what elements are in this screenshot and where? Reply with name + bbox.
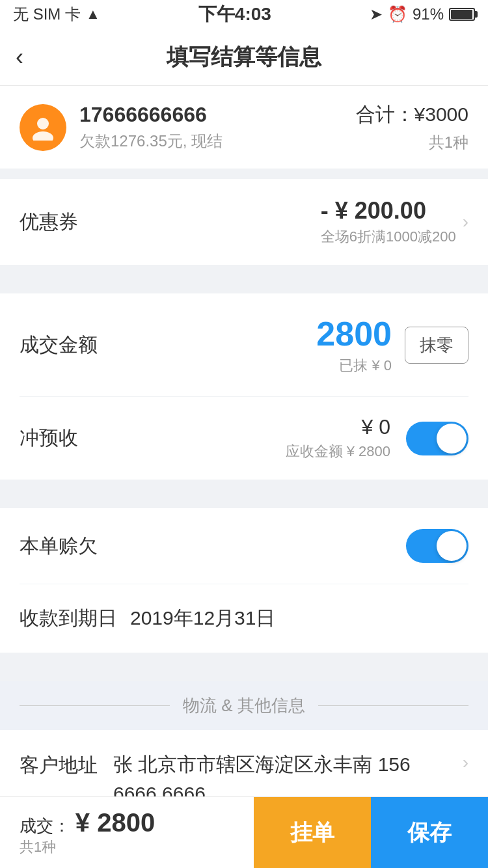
bottom-summary: 成交： ¥ 2800 共1种 — [0, 808, 254, 857]
alarm-icon: ⏰ — [388, 5, 407, 23]
deal-amount-value: 2800 — [316, 314, 392, 353]
coupon-chevron-icon: › — [463, 211, 468, 232]
customer-total: 合计：¥3000 — [356, 102, 468, 128]
battery-text: 91% — [413, 5, 444, 23]
svg-point-1 — [33, 131, 53, 141]
customer-info: 17666666666 欠款1276.35元, 现结 — [79, 103, 223, 152]
status-right: ➤ ⏰ 91% — [370, 5, 475, 23]
coupon-label: 优惠券 — [20, 209, 78, 236]
customer-debt: 欠款1276.35元, 现结 — [79, 131, 223, 152]
debt-row: 本单赊欠 — [20, 508, 468, 584]
customer-count: 共1种 — [356, 132, 468, 153]
nav-bar: ‹ 填写结算等信息 — [0, 29, 488, 86]
coupon-row[interactable]: 优惠券 - ¥ 200.00 全场6折满1000减200 › — [0, 179, 488, 265]
section-separator-2 — [0, 480, 488, 493]
section-separator-1 — [0, 280, 488, 293]
logistics-separator — [0, 668, 488, 681]
prereceive-row: 冲预收 ¥ 0 应收金额 ¥ 2800 — [20, 397, 468, 480]
customer-card: 17666666666 欠款1276.35元, 现结 合计：¥3000 共1种 — [0, 86, 488, 169]
coupon-amount: - ¥ 200.00 — [321, 197, 456, 224]
prereceive-label: 冲预收 — [20, 425, 78, 452]
prereceive-sub: 应收金额 ¥ 2800 — [286, 442, 390, 461]
debt-label: 本单赊欠 — [20, 533, 98, 560]
toggle-knob — [437, 424, 467, 454]
location-icon: ➤ — [370, 5, 383, 23]
prereceive-toggle[interactable] — [406, 422, 468, 455]
address-chevron-icon: › — [463, 750, 468, 773]
bottom-deal-label: 成交： — [20, 816, 70, 835]
section2: 本单赊欠 收款到期日 2019年12月31日 — [0, 508, 488, 653]
content-area: 17666666666 欠款1276.35元, 现结 合计：¥3000 共1种 … — [0, 86, 488, 868]
bottom-deal-count: 共1种 — [20, 837, 234, 857]
bottom-deal-amount: ¥ 2800 — [75, 808, 155, 837]
customer-phone: 17666666666 — [79, 103, 223, 127]
deal-amount-sub: 已抹 ¥ 0 — [316, 356, 392, 375]
nav-title: 填写结算等信息 — [167, 42, 321, 72]
prereceive-amount-block: ¥ 0 应收金额 ¥ 2800 — [286, 415, 390, 461]
status-bar: 无 SIM 卡 ▲ 下午4:03 ➤ ⏰ 91% — [0, 0, 488, 29]
debt-toggle-knob — [437, 531, 467, 561]
hang-order-button[interactable]: 挂单 — [254, 797, 371, 869]
deal-amount-label: 成交金额 — [20, 332, 98, 359]
customer-left: 17666666666 欠款1276.35元, 现结 — [20, 103, 223, 152]
deal-amount-right: 2800 已抹 ¥ 0 抹零 — [316, 314, 468, 375]
prereceive-right: ¥ 0 应收金额 ¥ 2800 — [286, 415, 468, 461]
logistics-header: 物流 & 其他信息 — [0, 681, 488, 730]
coupon-desc: 全场6折满1000减200 — [321, 227, 456, 247]
bottom-bar: 成交： ¥ 2800 共1种 挂单 保存 — [0, 796, 488, 868]
round-zero-button[interactable]: 抹零 — [405, 327, 468, 364]
back-button[interactable]: ‹ — [16, 44, 23, 71]
svg-point-0 — [37, 118, 49, 129]
status-left: 无 SIM 卡 ▲ — [13, 4, 100, 25]
address-label: 客户地址 — [20, 750, 98, 779]
save-button[interactable]: 保存 — [371, 797, 488, 869]
coupon-right: - ¥ 200.00 全场6折满1000减200 › — [321, 197, 468, 247]
battery-icon — [449, 8, 475, 21]
wifi-icon: ▲ — [86, 6, 100, 23]
deal-amount-row: 成交金额 2800 已抹 ¥ 0 抹零 — [20, 293, 468, 397]
logistics-title: 物流 & 其他信息 — [170, 694, 318, 717]
logistics-line-right — [318, 705, 468, 706]
deal-section: 成交金额 2800 已抹 ¥ 0 抹零 冲预收 ¥ 0 应收金额 ¥ 2800 — [0, 293, 488, 480]
avatar — [20, 104, 66, 151]
customer-right: 合计：¥3000 共1种 — [356, 102, 468, 153]
due-date-row: 收款到期日 2019年12月31日 — [20, 584, 468, 653]
carrier-text: 无 SIM 卡 — [13, 4, 81, 25]
logistics-line-left — [20, 705, 170, 706]
status-time: 下午4:03 — [198, 2, 271, 27]
debt-toggle[interactable] — [406, 529, 468, 563]
prereceive-amount: ¥ 0 — [286, 415, 390, 439]
due-date-value: 2019年12月31日 — [130, 605, 275, 632]
due-date-label: 收款到期日 — [20, 605, 117, 632]
bottom-deal-row: 成交： ¥ 2800 — [20, 808, 234, 837]
